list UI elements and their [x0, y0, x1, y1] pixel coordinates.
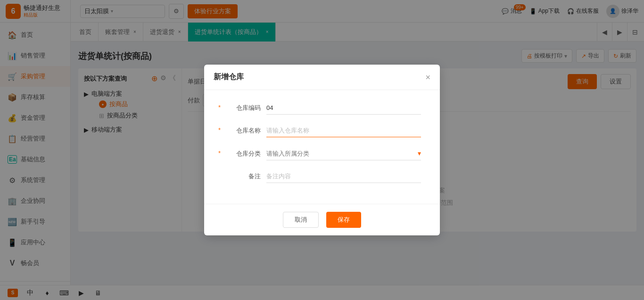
modal-header: 新增仓库 × — [204, 65, 440, 90]
add-warehouse-modal: 新增仓库 × 仓库编码 仓库名称 仓库分类 ▾ — [204, 65, 440, 235]
code-input[interactable] — [266, 101, 421, 115]
form-row-name: 仓库名称 — [223, 124, 421, 137]
remark-input[interactable] — [266, 170, 421, 183]
modal-overlay: 新增仓库 × 仓库编码 仓库名称 仓库分类 ▾ — [0, 0, 644, 300]
form-row-remark: 备注 — [223, 170, 421, 183]
category-arrow-icon: ▾ — [418, 150, 421, 157]
name-label: 仓库名称 — [223, 126, 261, 135]
modal-close-button[interactable]: × — [425, 73, 430, 82]
form-row-category: 仓库分类 ▾ — [223, 147, 421, 160]
category-input[interactable] — [266, 150, 418, 157]
modal-body: 仓库编码 仓库名称 仓库分类 ▾ 备注 — [204, 90, 440, 204]
name-input[interactable] — [266, 124, 421, 137]
modal-title: 新增仓库 — [214, 72, 244, 82]
cancel-button[interactable]: 取消 — [283, 212, 319, 228]
save-button[interactable]: 保存 — [326, 212, 361, 228]
form-row-code: 仓库编码 — [223, 101, 421, 115]
category-label: 仓库分类 — [223, 150, 261, 158]
modal-footer: 取消 保存 — [204, 204, 440, 235]
code-label: 仓库编码 — [223, 104, 261, 112]
category-select[interactable]: ▾ — [266, 147, 421, 160]
remark-label: 备注 — [223, 172, 261, 181]
